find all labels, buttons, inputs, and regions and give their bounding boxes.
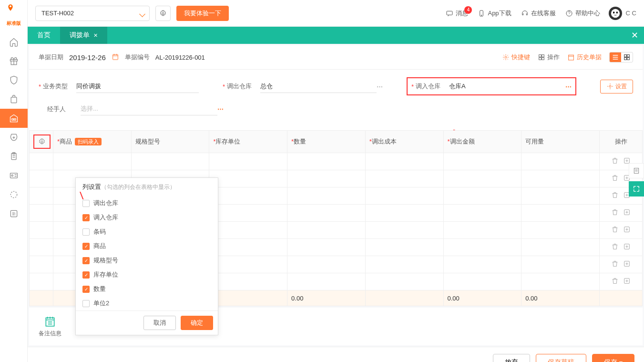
discard-button[interactable]: 放弃 (493, 354, 530, 362)
brand-label: 标准版 (7, 20, 21, 27)
customer-service-link[interactable]: 在线客服 (521, 9, 556, 18)
floating-tools (629, 163, 644, 197)
docno-value: AL-20191226-001 (155, 54, 205, 61)
field-settings-button[interactable]: 设置 (600, 80, 633, 93)
delete-row-icon[interactable] (611, 157, 619, 166)
column-settings-header[interactable] (30, 131, 53, 153)
checkbox-icon[interactable]: ✓ (82, 214, 90, 221)
svg-rect-12 (447, 11, 452, 15)
checkbox-icon[interactable] (82, 228, 90, 236)
popover-cancel-button[interactable]: 取消 (143, 316, 176, 330)
column-item-label: 库存单位 (93, 270, 118, 279)
nav-dots-icon[interactable] (0, 185, 28, 204)
shortcut-tool[interactable]: 快捷键 (502, 53, 530, 62)
delete-row-icon[interactable] (611, 243, 619, 252)
dots-icon[interactable]: ⋯ (217, 105, 224, 113)
svg-text:新: 新 (12, 212, 16, 216)
view-list-icon[interactable] (610, 52, 621, 62)
view-grid-icon[interactable] (621, 52, 633, 62)
save-draft-button[interactable]: 保存草稿 (536, 354, 586, 362)
nav-bag-icon[interactable] (0, 90, 28, 109)
add-row-icon[interactable] (623, 260, 631, 269)
tab-close-icon[interactable]: ✕ (93, 32, 98, 39)
checkbox-icon[interactable]: ✓ (82, 286, 90, 293)
th-unit: *库存单位 (209, 131, 287, 153)
svg-line-43 (80, 192, 85, 199)
column-checkbox-item[interactable]: 单位2 (82, 296, 211, 310)
nav-shield-icon[interactable] (0, 71, 28, 90)
checkbox-icon[interactable]: ✓ (82, 243, 90, 250)
popover-ok-button[interactable]: 确定 (181, 316, 213, 330)
add-row-icon[interactable] (623, 277, 631, 286)
nav-home-icon[interactable] (0, 32, 28, 52)
column-checkbox-item[interactable]: ✓数量 (82, 282, 211, 296)
form-card: *业务类型 同价调拨 *调出仓库 总仓 ⋯ *调入仓库 仓库A ⋯ (29, 70, 643, 130)
scan-entry-button[interactable]: 扫码录入 (75, 138, 102, 145)
column-checkbox-item[interactable]: ✓调入仓库 (82, 210, 211, 225)
user-avatar[interactable] (609, 7, 622, 20)
checkbox-icon[interactable]: ✓ (82, 257, 90, 264)
svg-rect-26 (624, 55, 627, 57)
date-value: 2019-12-26 (69, 53, 106, 62)
th-ops: 操作 (600, 131, 643, 153)
notes-float-icon[interactable] (629, 163, 644, 178)
nav-new-icon[interactable]: 新 (0, 204, 28, 223)
svg-rect-23 (539, 58, 542, 60)
checkbox-icon[interactable] (82, 200, 90, 207)
field-biz-type[interactable]: *业务类型 同价调拨 (39, 80, 199, 93)
column-checkbox-item[interactable]: ✓库存单位 (82, 268, 211, 282)
delete-row-icon[interactable] (611, 191, 619, 200)
checkbox-icon[interactable] (82, 300, 90, 307)
save-button[interactable]: 保存▾ (592, 354, 634, 362)
column-checkbox-item[interactable]: 条码 (82, 225, 211, 239)
column-checkbox-item[interactable]: ✓商品 (82, 239, 211, 253)
add-row-icon[interactable] (623, 208, 631, 217)
column-item-label: 单位2 (93, 299, 109, 308)
messages-link[interactable]: 消息 4 (446, 9, 468, 18)
svg-rect-28 (624, 58, 627, 60)
add-row-icon[interactable] (623, 243, 631, 252)
column-checkbox-item[interactable]: 调出仓库 (82, 196, 211, 210)
tab-bar: 首页 调拨单✕ ✕ (28, 27, 644, 44)
dots-icon[interactable]: ⋯ (377, 83, 383, 90)
delete-row-icon[interactable] (611, 277, 619, 286)
delete-row-icon[interactable] (611, 208, 619, 217)
topbar: TEST-H002 我要体验一下 消息 4 App下载 在线客服 帮助中心 (28, 0, 644, 27)
dots-icon[interactable]: ⋯ (565, 83, 572, 90)
tab-home[interactable]: 首页 (28, 27, 60, 44)
calendar-icon[interactable] (112, 53, 119, 62)
action-tool[interactable]: 操作 (538, 53, 560, 62)
nav-id-icon[interactable] (0, 166, 28, 185)
nav-money-icon[interactable] (0, 128, 28, 147)
svg-point-18 (616, 11, 617, 13)
table-row[interactable] (30, 153, 643, 170)
trial-button[interactable]: 我要体验一下 (176, 6, 229, 21)
nav-warehouse-icon[interactable] (0, 109, 28, 128)
history-tool[interactable]: 历史单据 (567, 53, 602, 62)
expand-float-icon[interactable] (629, 181, 644, 197)
chevron-down-icon: ▾ (619, 359, 623, 362)
column-checkbox-item[interactable]: ✓规格型号 (82, 253, 211, 268)
svg-rect-21 (539, 55, 542, 57)
field-out-warehouse[interactable]: *调出仓库 总仓 ⋯ (223, 80, 383, 93)
settings-gear-button[interactable] (155, 6, 171, 21)
delete-row-icon[interactable] (611, 226, 619, 235)
delete-row-icon[interactable] (611, 260, 619, 269)
svg-point-7 (11, 175, 13, 176)
help-center-link[interactable]: 帮助中心 (565, 9, 600, 18)
svg-point-20 (505, 56, 507, 58)
nav-clipboard-icon[interactable] (0, 147, 28, 166)
field-in-warehouse[interactable]: *调入仓库 仓库A ⋯ (407, 77, 576, 95)
app-download-link[interactable]: App下载 (478, 9, 511, 18)
popover-hint: （勾选的列会在表格中显示） (101, 184, 175, 190)
th-available: 可用量 (521, 131, 600, 153)
add-row-icon[interactable] (623, 226, 631, 235)
checkbox-icon[interactable]: ✓ (82, 271, 90, 279)
org-selector[interactable]: TEST-H002 (35, 6, 150, 21)
nav-gift-icon[interactable] (0, 52, 28, 71)
svg-rect-29 (627, 58, 630, 60)
field-handler[interactable]: 经手人 选择... ⋯ (47, 103, 224, 115)
tabs-close-all-icon[interactable]: ✕ (625, 27, 644, 44)
delete-row-icon[interactable] (611, 174, 619, 183)
tab-current[interactable]: 调拨单✕ (60, 27, 107, 44)
